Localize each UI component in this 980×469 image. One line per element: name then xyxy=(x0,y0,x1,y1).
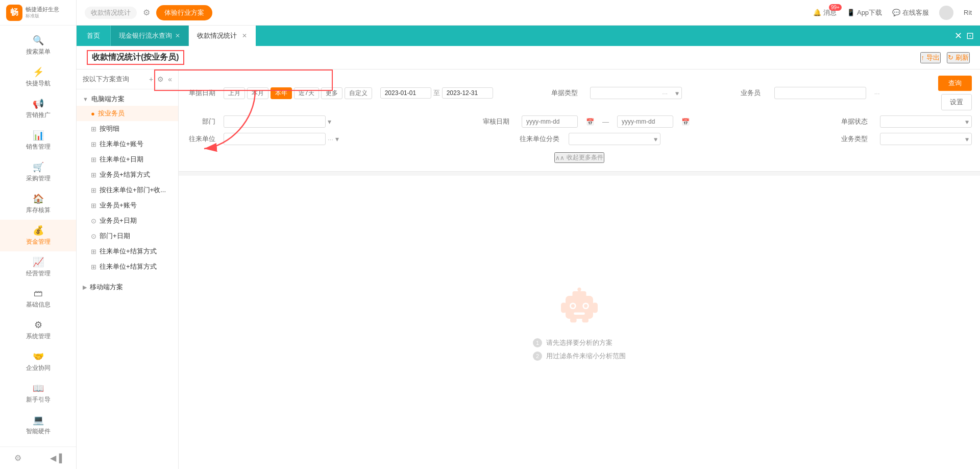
sidebar-item-operations[interactable]: 📈 经营管理 xyxy=(0,251,76,283)
sidebar-item-search[interactable]: 🔍 搜索菜单 xyxy=(0,30,76,61)
voucher-type-select[interactable] xyxy=(590,87,682,99)
counterpart-input[interactable] xyxy=(224,133,326,145)
export-button[interactable]: ↑ 导出 xyxy=(920,52,941,63)
sidebar-item-inventory[interactable]: 🏠 库存核算 xyxy=(0,188,76,220)
sidebar-item-sales[interactable]: 📊 销售管理 xyxy=(0,125,76,156)
tab-collections-label: 收款情况统计 xyxy=(197,31,237,40)
scheme-salesperson-account[interactable]: ⊞ 业务员+账号 xyxy=(77,198,178,213)
service-icon: 💬 xyxy=(892,9,900,16)
setting-scheme-button[interactable]: ⚙ xyxy=(157,75,164,83)
scheme-by-detail[interactable]: ⊞ 按明细 xyxy=(77,121,178,136)
sales-icon: 📊 xyxy=(33,130,44,141)
business-type-select[interactable] xyxy=(880,133,972,145)
online-service-button[interactable]: 💬 在线客服 xyxy=(892,8,929,17)
salesperson-input[interactable] xyxy=(774,87,866,99)
sidebar-item-hardware[interactable]: 💻 智能硬件 xyxy=(0,409,76,441)
scheme-salesperson-date[interactable]: ⊙ 业务员+日期 xyxy=(77,213,178,228)
setting-button[interactable]: 设置 xyxy=(941,94,972,110)
date-btn-custom[interactable]: 自定义 xyxy=(345,87,372,99)
collapse-button[interactable]: ∧∧ 收起更多条件 xyxy=(554,152,604,163)
left-panel: 按以下方案查询 + ⚙ « ▼ 电脑端方案 ● xyxy=(77,69,179,469)
logo-area: 畅 畅捷通好生意 标准版 xyxy=(0,0,76,26)
counterpart-dept-icon: ⊞ xyxy=(91,186,96,194)
scheme-counterpart-settlement2[interactable]: ⊞ 往来单位+结算方式 xyxy=(77,259,178,274)
right-panel: 单据日期 上月 本月 本年 近7天 更多 自定义 至 xyxy=(179,69,980,469)
tab-cash-flow-close[interactable]: ✕ xyxy=(175,32,180,39)
collapse-footer-icon[interactable]: ◀▐ xyxy=(50,453,62,463)
sidebar-item-wechat[interactable]: 💬 企业微信 xyxy=(0,441,76,447)
date-btn-more[interactable]: 更多 xyxy=(321,87,342,99)
date-btn-this-year[interactable]: 本年 xyxy=(271,87,292,99)
dept-input[interactable] xyxy=(224,115,326,128)
counterpart-dots-icon[interactable]: ··· xyxy=(328,135,333,143)
sidebar-item-basic[interactable]: 🗃 基础信息 xyxy=(0,283,76,314)
review-date-to-input[interactable] xyxy=(617,115,673,128)
sidebar-item-purchase[interactable]: 🛒 采购管理 xyxy=(0,156,76,188)
page-title: 收款情况统计(按业务员) xyxy=(87,50,184,65)
sidebar-item-collab[interactable]: 🤝 企业协同 xyxy=(0,346,76,378)
user-avatar[interactable] xyxy=(939,6,953,20)
message-button[interactable]: 🔔 消息 99+ xyxy=(813,8,837,17)
calendar-from-icon[interactable]: 📅 xyxy=(586,118,594,126)
main-content: 收款情况统计 ⚙ 体验行业方案 🔔 消息 99+ 📱 App下载 💬 在线客服 xyxy=(77,0,980,469)
sidebar-item-guide[interactable]: 📖 新手引导 xyxy=(0,378,76,409)
collapse-panel-button[interactable]: « xyxy=(168,75,172,83)
svg-rect-11 xyxy=(582,318,589,322)
operations-icon: 📈 xyxy=(33,256,44,268)
scheme-by-counterpart-dept[interactable]: ⊞ 按往来单位+部门+收... xyxy=(77,182,178,198)
sidebar-item-system[interactable]: ⚙ 系统管理 xyxy=(0,314,76,346)
dept-filter: ▾ xyxy=(224,115,331,128)
user-name: Rit xyxy=(964,9,972,16)
page-header: 收款情况统计(按业务员) ↑ 导出 ↻ 刷新 xyxy=(77,46,980,69)
tab-cash-flow[interactable]: 现金银行流水查询 ✕ xyxy=(111,26,189,46)
date-btn-this-month[interactable]: 本月 xyxy=(247,87,268,99)
counterpart-category-label: 往来单位分类 xyxy=(520,134,560,144)
date-btn-7days[interactable]: 近7天 xyxy=(294,87,319,99)
scheme-counterpart-date[interactable]: ⊞ 往来单位+日期 xyxy=(77,152,178,167)
collab-icon: 🤝 xyxy=(33,351,44,362)
scheme-dept-date[interactable]: ⊙ 部门+日期 xyxy=(77,228,178,244)
counterpart-dropdown-icon[interactable]: ▾ xyxy=(335,135,339,143)
counterpart-category-select[interactable] xyxy=(569,133,660,145)
refresh-button[interactable]: ↻ 刷新 xyxy=(947,52,970,63)
tab-collections-close[interactable]: ✕ xyxy=(242,32,247,39)
salesperson-date-label: 业务员+日期 xyxy=(100,216,137,225)
sidebar-item-quicknav-label: 快捷导航 xyxy=(26,79,51,88)
sidebar-item-funds[interactable]: 💰 资金管理 xyxy=(0,220,76,251)
calendar-to-icon[interactable]: 📅 xyxy=(681,118,690,126)
salesperson-dots-icon[interactable]: ··· xyxy=(874,89,880,97)
sidebar: 畅 畅捷通好生意 标准版 🔍 搜索菜单 ⚡ 快捷导航 📢 营销推广 📊 销售管理 xyxy=(0,0,77,469)
system-icon: ⚙ xyxy=(34,319,42,331)
salesperson-settlement-icon: ⊞ xyxy=(91,171,96,179)
tab-collections[interactable]: 收款情况统计 ✕ xyxy=(189,26,256,46)
empty-robot-icon xyxy=(556,282,602,328)
voucher-status-select[interactable] xyxy=(880,115,972,128)
header-gear-icon[interactable]: ⚙ xyxy=(143,8,150,17)
dept-dropdown-icon[interactable]: ▾ xyxy=(328,118,331,126)
scheme-by-salesperson[interactable]: ● 按业务员 xyxy=(77,106,178,121)
query-button[interactable]: 查询 xyxy=(938,76,972,91)
tab-minimize-icon[interactable]: ✕ xyxy=(954,30,962,41)
date-to-input[interactable] xyxy=(442,87,493,99)
mobile-section-header[interactable]: ▶ 移动端方案 xyxy=(77,280,178,294)
app-download-button[interactable]: 📱 App下载 xyxy=(847,8,882,17)
review-date-separator: — xyxy=(602,118,609,126)
add-scheme-button[interactable]: + xyxy=(149,75,153,83)
scheme-counterpart-account[interactable]: ⊞ 往来单位+账号 xyxy=(77,136,178,152)
desktop-section-header[interactable]: ▼ 电脑端方案 xyxy=(77,92,178,106)
settings-footer-icon[interactable]: ⚙ xyxy=(14,453,21,463)
inventory-icon: 🏠 xyxy=(33,193,44,204)
mobile-section: ▶ 移动端方案 xyxy=(77,277,178,297)
sidebar-item-quicknav[interactable]: ⚡ 快捷导航 xyxy=(0,61,76,93)
date-from-input[interactable] xyxy=(380,87,431,99)
sidebar-item-operations-label: 经营管理 xyxy=(26,269,51,278)
sidebar-item-marketing[interactable]: 📢 营销推广 xyxy=(0,93,76,125)
trial-button[interactable]: 体验行业方案 xyxy=(156,5,212,20)
review-date-from-input[interactable] xyxy=(522,115,578,128)
scheme-salesperson-settlement[interactable]: ⊞ 业务员+结算方式 xyxy=(77,167,178,182)
scheme-counterpart-settlement1[interactable]: ⊞ 往来单位+结算方式 xyxy=(77,244,178,259)
svg-rect-9 xyxy=(592,303,598,313)
date-btn-last-month[interactable]: 上月 xyxy=(224,87,245,99)
tab-maximize-icon[interactable]: ⊡ xyxy=(966,30,974,41)
tab-home[interactable]: 首页 xyxy=(77,26,111,46)
